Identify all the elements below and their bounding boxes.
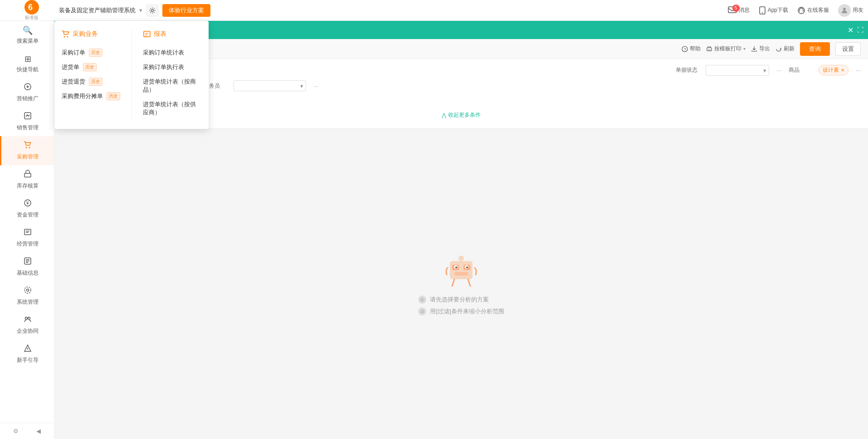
refresh-icon	[775, 46, 782, 52]
sidebar-item-finance[interactable]: ¥ 资金管理	[0, 194, 54, 223]
inbound-history-badge: 历史	[83, 63, 97, 71]
menu-item-inbound-stats-supplier[interactable]: 进货单统计表（按供应商）	[143, 97, 202, 120]
menu-item-inbound-stats-product-label: 进货单统计表（按商品）	[143, 78, 202, 94]
tab-close-all-icon[interactable]: ✕	[848, 26, 853, 35]
system-title: 装备及固定资产辅助管理系统	[59, 6, 136, 15]
menu-item-inbound-stats-product[interactable]: 进货单统计表（按商品）	[143, 74, 202, 97]
menu-item-purchase-order-stats[interactable]: 采购订单统计表	[143, 45, 202, 60]
logo-area: 6 标准版	[5, 0, 59, 21]
message-label: 消息	[739, 6, 750, 14]
title-dropdown-icon[interactable]: ▾	[139, 7, 142, 14]
sales-icon	[24, 112, 32, 122]
sidebar-item-operations[interactable]: 经营管理	[0, 223, 54, 252]
product-more[interactable]: ···	[856, 67, 861, 74]
svg-rect-29	[454, 272, 468, 276]
online-service-btn[interactable]: 在线客服	[797, 6, 829, 15]
order-status-more[interactable]: ···	[776, 67, 781, 74]
tab-maximize-icon[interactable]: ⛶	[857, 26, 863, 34]
menu-item-purchase-expense-label: 采购费用分摊单	[62, 92, 103, 100]
settings-btn2[interactable]: 设置	[835, 42, 861, 56]
menu-item-inbound[interactable]: 进货单 历史	[62, 60, 121, 74]
refresh-label: 刷新	[784, 45, 795, 53]
message-badge: 5	[732, 5, 740, 12]
sidebar-item-purchase[interactable]: 采购管理	[0, 136, 54, 165]
svg-point-35	[64, 36, 65, 38]
collapse-btn[interactable]: ⋀ 收起更多条件	[442, 111, 481, 119]
collapse-label: 收起更多条件	[448, 111, 481, 119]
sidebar-item-system[interactable]: 系统管理	[0, 281, 54, 311]
svg-text:6: 6	[28, 3, 33, 12]
user-btn[interactable]: 用友	[838, 4, 863, 17]
sidebar-item-inventory[interactable]: 库存核算	[0, 165, 54, 194]
svg-point-4	[762, 12, 763, 13]
sidebar-collapse-btn[interactable]: ◀	[36, 428, 41, 434]
sidebar-item-marketing-label: 营销推广	[17, 95, 39, 103]
menu-item-inbound-label: 进货单	[62, 63, 79, 71]
menu-item-return[interactable]: 进货退货 历史	[62, 74, 121, 89]
order-status-select[interactable]	[706, 65, 769, 76]
svg-point-11	[26, 147, 27, 148]
sidebar-settings-btn[interactable]: ⚙	[13, 428, 19, 434]
operations-icon	[24, 228, 32, 238]
order-status-label: 单据状态	[676, 66, 698, 74]
product-label: 商品	[789, 66, 811, 74]
header-right: 5 消息 App下载 在线客服	[728, 4, 863, 17]
print-btn[interactable]: 按模板打印 ▾	[706, 45, 746, 53]
svg-point-8	[843, 8, 846, 10]
app-download-btn[interactable]: App下载	[759, 6, 788, 15]
export-btn[interactable]: 导出	[751, 45, 770, 53]
sidebar-item-quick[interactable]: ⊞ 快捷导航	[0, 49, 54, 78]
svg-point-21	[28, 317, 30, 320]
svg-point-18	[27, 289, 29, 291]
purchase-dropdown-menu: 采购业务 采购订单 历史 进货单 历史 进货退货 历史 采购费用分摊单 历史	[54, 21, 209, 129]
product-tag: 设计素 ✕	[819, 65, 848, 75]
salesperson-more[interactable]: ···	[313, 83, 318, 89]
expense-history-badge: 历史	[107, 92, 120, 100]
sidebar-item-sales-label: 销售管理	[17, 124, 39, 132]
collapse-arrow-icon: ⋀	[442, 112, 446, 118]
salesperson-select[interactable]	[234, 80, 306, 91]
search-icon: 🔍	[23, 25, 33, 35]
menu-item-purchase-order-execution[interactable]: 采购订单执行表	[143, 60, 202, 74]
sidebar-item-system-label: 系统管理	[17, 298, 39, 306]
settings-icon-btn[interactable]	[146, 4, 159, 17]
sidebar-item-sales[interactable]: 销售管理	[0, 107, 54, 136]
sidebar-item-guide-label: 新手引导	[17, 356, 39, 364]
sidebar-item-search[interactable]: 🔍 搜索菜单	[0, 21, 54, 49]
sidebar-item-purchase-label: 采购管理	[17, 153, 39, 161]
empty-illustration	[439, 252, 484, 288]
online-service-label: 在线客服	[807, 6, 829, 14]
query-btn[interactable]: 查询	[800, 42, 830, 56]
salesperson-select-wrapper	[234, 80, 306, 91]
svg-text:¥: ¥	[26, 201, 29, 206]
menu-item-return-label: 进货退货	[62, 78, 85, 86]
industry-btn[interactable]: 体验行业方案	[162, 4, 210, 17]
tabs-bar-right: ✕ ⛶	[848, 26, 863, 35]
print-dropdown-icon[interactable]: ▾	[743, 46, 746, 51]
svg-rect-6	[799, 10, 800, 11]
empty-tip-2: ② 用[过滤]条件来缩小分析范围	[418, 307, 504, 316]
svg-point-34	[466, 266, 468, 268]
product-tag-close[interactable]: ✕	[841, 68, 844, 73]
sidebar-item-guide[interactable]: 新手引导	[0, 340, 54, 369]
sidebar-item-operations-label: 经营管理	[17, 240, 39, 248]
return-history-badge: 历史	[89, 78, 102, 86]
sidebar-item-enterprise[interactable]: 企业协同	[0, 311, 54, 340]
sidebar-item-search-label: 搜索菜单	[17, 37, 39, 45]
sidebar-item-basic[interactable]: 基础信息	[0, 252, 54, 281]
user-avatar	[838, 4, 851, 17]
menu-col-reports: 报表 采购订单统计表 采购订单执行表 进货单统计表（按商品） 进货单统计表（按供…	[143, 30, 202, 120]
export-label: 导出	[759, 45, 770, 53]
refresh-btn[interactable]: 刷新	[775, 45, 795, 53]
guide-icon	[24, 344, 32, 355]
basic-icon	[24, 257, 32, 267]
svg-rect-7	[803, 10, 804, 11]
inventory-icon	[24, 170, 32, 180]
menu-item-inbound-stats-supplier-label: 进货单统计表（按供应商）	[143, 100, 202, 117]
menu-item-purchase-order[interactable]: 采购订单 历史	[62, 45, 121, 60]
sidebar-item-marketing[interactable]: 营销推广	[0, 78, 54, 107]
help-btn[interactable]: ? 帮助	[682, 45, 701, 53]
message-btn[interactable]: 5 消息	[728, 6, 750, 15]
svg-point-1	[151, 9, 154, 11]
menu-item-purchase-expense[interactable]: 采购费用分摊单 历史	[62, 89, 121, 104]
